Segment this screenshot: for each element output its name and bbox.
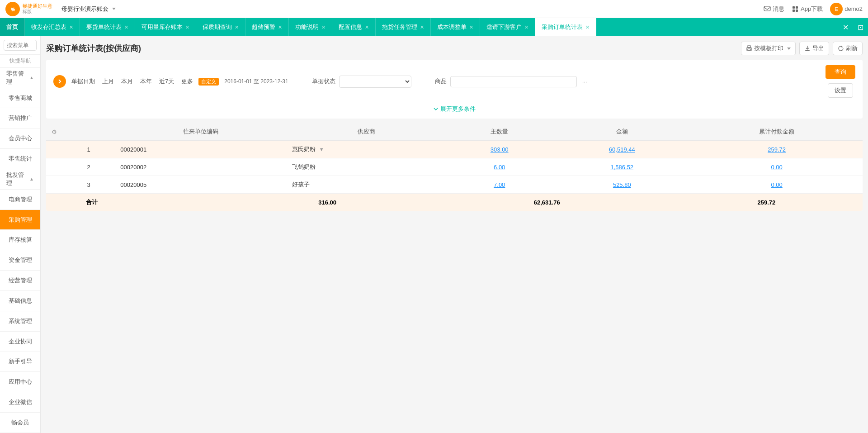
sidebar-item-appcenter[interactable]: 应用中心 <box>0 372 40 392</box>
row2-paid-amount[interactable]: 0.00 <box>691 158 863 176</box>
print-button[interactable]: 按模板打印 <box>741 42 796 55</box>
sidebar-item-vip[interactable]: 畅会员 <box>0 413 40 433</box>
this-month-shortcut[interactable]: 本月 <box>119 76 135 86</box>
sidebar-item-wechat[interactable]: 企业微信 <box>0 392 40 413</box>
top-bar: 畅 畅捷通好生意 标版 母婴行业演示账套 消息 App下载 E demo2 <box>0 0 868 18</box>
row2-supplier: 飞鹤奶粉 <box>287 158 446 176</box>
sidebar-item-system[interactable]: 系统管理 <box>0 311 40 332</box>
th-paid-amount: 累计付款金额 <box>691 123 863 141</box>
tab-peizhi[interactable]: 配置信息 ✕ <box>332 18 376 36</box>
footer-main-qty: 316.00 <box>231 194 423 211</box>
tab-kecunliangzhangben[interactable]: 可用量库存账本 ✕ <box>135 18 196 36</box>
query-button[interactable]: 查询 <box>826 65 855 79</box>
column-settings-icon[interactable]: ⚙ <box>52 128 57 135</box>
workspace-dropdown-icon <box>112 8 116 10</box>
print-icon <box>746 45 752 52</box>
row3-paid-amount[interactable]: 0.00 <box>691 176 863 194</box>
status-label: 单据状态 <box>312 77 335 86</box>
row2-amount[interactable]: 1,586.52 <box>553 158 691 176</box>
nav-tabs: 首页 收发存汇总表 ✕ 要货单统计表 ✕ 可用量库存账本 ✕ 保质期查询 ✕ 超… <box>0 18 868 36</box>
close-tab-gongnengshuo[interactable]: ✕ <box>321 24 326 30</box>
table-container: ⚙ 往来单位编码 供应商 主数量 金额 累计付款金额 1 00020001 <box>46 123 863 211</box>
svg-text:畅: 畅 <box>11 7 15 12</box>
custom-date-badge[interactable]: 自定义 <box>198 78 219 86</box>
close-tab-baozhanqixun[interactable]: ✕ <box>235 24 239 30</box>
tab-baozhanqixun[interactable]: 保质期查询 ✕ <box>196 18 245 36</box>
refresh-button[interactable]: 刷新 <box>833 42 863 55</box>
close-tab-tuohuorenwu[interactable]: ✕ <box>420 24 424 30</box>
close-tab-peizhi[interactable]: ✕ <box>365 24 369 30</box>
filter-area: 单据日期 上月 本月 本年 近7天 更多 自定义 2016-01-01 至 20… <box>46 60 863 119</box>
message-button[interactable]: 消息 <box>764 5 784 13</box>
table-row: 3 00020005 好孩子 7.00 525.80 0.00 <box>46 176 863 194</box>
row1-paid-amount[interactable]: 259.72 <box>691 141 863 158</box>
sidebar-item-inventory[interactable]: 库存核算 <box>0 230 40 250</box>
sidebar-item-member[interactable]: 会员中心 <box>0 128 40 149</box>
export-button[interactable]: 导出 <box>799 42 829 55</box>
tab-tuohuorenwu[interactable]: 拖货任务管理 ✕ <box>376 18 431 36</box>
row1-main-qty[interactable]: 303.00 <box>446 141 553 158</box>
tab-yaoqing[interactable]: 邀请下游客户 ✕ <box>480 18 535 36</box>
app-download-button[interactable]: App下载 <box>792 5 823 13</box>
last-month-shortcut[interactable]: 上月 <box>100 76 116 86</box>
sidebar-item-newguide[interactable]: 新手引导 <box>0 352 40 372</box>
footer-amount: 62,631.76 <box>424 194 670 211</box>
row1-amount[interactable]: 60,519.44 <box>553 141 691 158</box>
sidebar-search-area <box>0 36 40 55</box>
close-tab-chengbentiaozhen[interactable]: ✕ <box>469 24 473 30</box>
svg-rect-5 <box>793 10 795 12</box>
close-tab-kecunliangzhangben[interactable]: ✕ <box>185 24 189 30</box>
tab-home[interactable]: 首页 <box>0 18 25 36</box>
tab-caigouTotal[interactable]: 采购订单统计表 ✕ <box>535 18 596 36</box>
sidebar-item-retail-stat[interactable]: 零售统计 <box>0 149 40 169</box>
sidebar-item-enterprise[interactable]: 企业协同 <box>0 332 40 352</box>
tab-yaohuodanTotal[interactable]: 要货单统计表 ✕ <box>80 18 135 36</box>
workspace-selector[interactable]: 母婴行业演示账套 <box>61 5 116 13</box>
app-download-icon <box>792 5 799 13</box>
user-profile[interactable]: E demo2 <box>830 3 863 15</box>
expand-more-conditions[interactable]: 展开更多条件 <box>433 105 476 113</box>
row3-amount[interactable]: 525.80 <box>553 176 691 194</box>
sidebar-item-operation[interactable]: 经营管理 <box>0 271 40 291</box>
page-actions: 按模板打印 导出 刷新 <box>741 42 863 55</box>
close-tab-shoufahuiTotal[interactable]: ✕ <box>69 24 73 30</box>
tab-gongnengshuo[interactable]: 功能说明 ✕ <box>289 18 332 36</box>
tab-chengbentiaozhen[interactable]: 成本调整单 ✕ <box>431 18 480 36</box>
tab-chaochu[interactable]: 超储预警 ✕ <box>245 18 289 36</box>
export-icon <box>804 45 811 52</box>
row1-expand-icon[interactable]: ▼ <box>319 147 324 152</box>
row1-supplier: 惠氏奶粉 ▼ <box>287 141 446 158</box>
tab-shoufahuiTotal[interactable]: 收发存汇总表 ✕ <box>25 18 80 36</box>
maximize-button[interactable]: ⊡ <box>853 18 868 36</box>
more-shortcut[interactable]: 更多 <box>179 76 195 86</box>
th-main-qty: 主数量 <box>446 123 553 141</box>
close-all-tabs-button[interactable]: ✕ <box>838 18 853 36</box>
sidebar-item-retail[interactable]: 零售管理 ▲ <box>0 68 40 88</box>
product-more-icon[interactable]: ··· <box>582 78 587 85</box>
sidebar-item-finance[interactable]: 资金管理 <box>0 250 40 271</box>
close-tab-yaohuodanTotal[interactable]: ✕ <box>124 24 128 30</box>
close-tab-chaochu[interactable]: ✕ <box>278 24 282 30</box>
sidebar-item-purchase[interactable]: 采购管理 <box>0 210 40 230</box>
filter-toggle-button[interactable] <box>53 75 66 88</box>
last-7days-shortcut[interactable]: 近7天 <box>157 76 176 86</box>
sidebar-item-retail-shop[interactable]: 零售商城 <box>0 88 40 109</box>
status-select[interactable] <box>339 76 411 88</box>
row2-main-qty[interactable]: 6.00 <box>446 158 553 176</box>
sidebar-item-basic[interactable]: 基础信息 <box>0 291 40 311</box>
row3-main-qty[interactable]: 7.00 <box>446 176 553 194</box>
refresh-icon <box>838 45 844 52</box>
search-input[interactable] <box>4 40 37 51</box>
close-tab-yaoqing[interactable]: ✕ <box>524 24 528 30</box>
sidebar-item-wholesale[interactable]: 批发管理 ▲ <box>0 169 40 190</box>
sidebar-item-marketing[interactable]: 营销推广 <box>0 108 40 128</box>
row1-settings <box>46 141 62 158</box>
close-tab-caigouTotal[interactable]: ✕ <box>585 24 590 30</box>
product-input[interactable] <box>450 76 577 87</box>
date-shortcuts: 上月 本月 本年 近7天 更多 自定义 <box>100 76 219 86</box>
settings-button[interactable]: 设置 <box>828 83 853 98</box>
sidebar-item-ecommerce[interactable]: 电商管理 <box>0 190 40 210</box>
logo-area: 畅 畅捷通好生意 标版 <box>5 2 52 16</box>
row3-settings <box>46 176 62 194</box>
this-year-shortcut[interactable]: 本年 <box>138 76 154 86</box>
